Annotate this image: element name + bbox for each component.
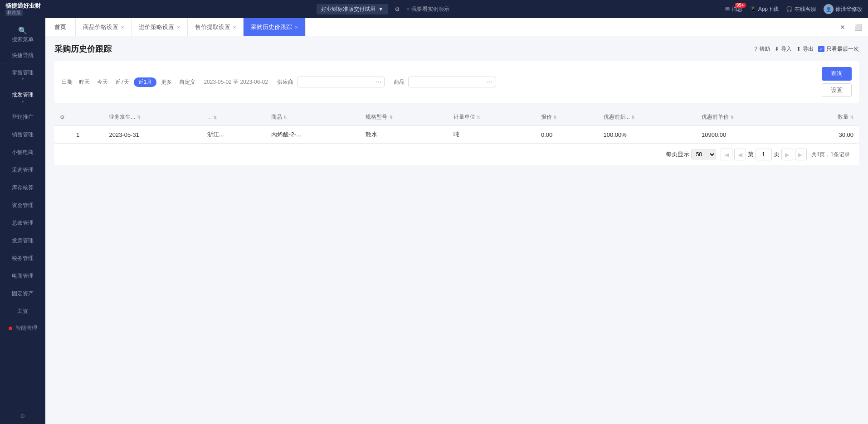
topbar-right: ✉ 消息 99+ 📱 App下载 🎧 在线客服 👤 徐泽华修改	[725, 4, 863, 14]
th-quote[interactable]: 报价 ⇅	[536, 109, 598, 126]
tab-sale-price[interactable]: 售价提取设置 ×	[188, 18, 244, 36]
td-seq: 1	[71, 126, 103, 144]
close-tab-btn[interactable]: ✕	[836, 21, 849, 34]
th-spec[interactable]: 规格型号 ⇅	[360, 109, 448, 126]
app-download-btn[interactable]: 📱 App下载	[750, 5, 779, 13]
tab-purchase-strategy[interactable]: 进价策略设置 ×	[132, 18, 187, 36]
td-settings	[54, 126, 71, 144]
sort-icon: ⇅	[213, 115, 217, 120]
date-btn-1month[interactable]: 近1月	[134, 77, 157, 87]
only-last-checkbox[interactable]: ✓ 只看最后一次	[818, 45, 859, 53]
supplier-input[interactable]	[297, 77, 373, 87]
sidebar-item-salary[interactable]: 工资	[0, 302, 45, 320]
close-tab-purchase-strategy[interactable]: ×	[177, 24, 180, 30]
help-btn[interactable]: ? 帮助	[754, 45, 770, 53]
td-product: 丙烯酸-2-...	[266, 126, 360, 144]
user-menu[interactable]: 👤 徐泽华修改	[824, 4, 863, 14]
table-settings-icon[interactable]: ⚙	[60, 114, 65, 120]
tab-price-settings[interactable]: 商品价格设置 ×	[76, 18, 132, 36]
product-input-wrap: ···	[408, 77, 496, 87]
sidebar-item-finance[interactable]: 资金管理	[0, 196, 45, 214]
search-icon: 🔍	[18, 26, 27, 35]
version-selector[interactable]: 好业财标准版交付试用 ▼	[317, 4, 388, 14]
filter-area: 日期 昨天 今天 近7天 近1月 更多 自定义 2023-05-02 至 202…	[54, 61, 859, 103]
user-avatar: 👤	[824, 4, 834, 14]
td-pre-discount-price: 10900.00	[696, 126, 796, 144]
th-quantity[interactable]: 数量 ⇅	[796, 109, 859, 126]
th-pre-discount-price[interactable]: 优惠前单价 ⇅	[696, 109, 796, 126]
topbar-left: 畅捷通好业财 标准版	[5, 2, 41, 16]
date-range: 2023-05-02 至 2023-06-02	[204, 78, 268, 86]
sidebar-item-ecommerce[interactable]: 电商管理	[0, 267, 45, 284]
content-area: 首页 商品价格设置 × 进价策略设置 × 售价提取设置 × 采购历史价跟踪 × …	[45, 18, 868, 424]
date-btn-7days[interactable]: 近7天	[112, 77, 132, 87]
sidebar-item-sales[interactable]: 销售管理	[0, 125, 45, 143]
demo-link[interactable]: ○ 我要看实例演示	[406, 5, 449, 13]
import-btn[interactable]: ⬇ 导入	[775, 45, 792, 53]
sidebar-search[interactable]: 🔍 搜索菜单	[0, 22, 45, 48]
date-filter-group: 日期 昨天 今天 近7天 近1月 更多 自定义 2023-05-02 至 202…	[62, 77, 268, 87]
table-row: 1 2023-05-31 浙江... 丙烯酸-2-... 散水 吨 0.00 1…	[54, 126, 859, 144]
query-button[interactable]: 查询	[822, 67, 852, 81]
dot-indicator	[9, 327, 12, 330]
close-tab-purchase-history[interactable]: ×	[295, 24, 297, 30]
date-btn-custom[interactable]: 自定义	[176, 77, 198, 87]
close-tab-sale-price[interactable]: ×	[233, 24, 236, 30]
sidebar-item-invoice[interactable]: 发票管理	[0, 231, 45, 249]
next-page-btn[interactable]: ▶	[781, 149, 793, 160]
sidebar-item-general-ledger[interactable]: 总账管理	[0, 214, 45, 231]
th-discount[interactable]: 优惠前折... ⇅	[598, 109, 697, 126]
sidebar-item-smart[interactable]: 智能管理	[0, 320, 45, 337]
td-unit: 吨	[448, 126, 536, 144]
maximize-tab-btn[interactable]: ⬜	[852, 21, 864, 34]
sidebar-item-purchase[interactable]: 采购管理	[0, 161, 45, 178]
supplier-label: 供应商	[277, 78, 293, 86]
sort-icon: ⇅	[850, 115, 853, 120]
page-title: 采购历史价跟踪	[54, 43, 112, 54]
sidebar-item-fixed-assets[interactable]: 固定资产	[0, 284, 45, 302]
sort-icon: ⇅	[389, 115, 393, 120]
data-table: ⚙ 业务发生... ⇅ ... ⇅	[54, 109, 859, 144]
message-btn[interactable]: ✉ 消息 99+	[725, 5, 742, 13]
th-more[interactable]: ... ⇅	[202, 109, 266, 126]
date-btn-yesterday[interactable]: 昨天	[76, 77, 93, 87]
th-unit[interactable]: 计量单位 ⇅	[448, 109, 536, 126]
online-service-btn[interactable]: 🎧 在线客服	[786, 5, 816, 13]
sidebar-item-tax[interactable]: 税务管理	[0, 249, 45, 267]
table-header-row: ⚙ 业务发生... ⇅ ... ⇅	[54, 109, 859, 126]
product-dots-btn[interactable]: ···	[484, 78, 495, 86]
date-btn-today[interactable]: 今天	[94, 77, 111, 87]
prev-page-btn[interactable]: ◀	[734, 149, 746, 160]
sidebar-item-marketing[interactable]: 营销推广	[0, 108, 45, 125]
supplier-dots-btn[interactable]: ···	[373, 78, 384, 86]
sidebar-bottom-settings[interactable]: ⚙	[0, 408, 45, 424]
sidebar-item-inventory[interactable]: 库存核算	[0, 178, 45, 196]
filter-settings-button[interactable]: 设置	[822, 83, 852, 97]
page-header: 采购历史价跟踪 ? 帮助 ⬇ 导入 ⬆ 导出 ✓	[54, 43, 859, 54]
th-product[interactable]: 商品 ⇅	[266, 109, 360, 126]
tab-purchase-history[interactable]: 采购历史价跟踪 ×	[244, 18, 305, 36]
sidebar-item-wholesale[interactable]: 批发管理 ▴	[0, 86, 45, 108]
page-nav: |◀ ◀ 第 页 ▶ ▶|	[721, 149, 807, 160]
close-tab-price-settings[interactable]: ×	[121, 24, 124, 30]
product-input[interactable]	[409, 77, 484, 87]
page-actions: ? 帮助 ⬇ 导入 ⬆ 导出 ✓ 只看最后一次	[754, 45, 859, 53]
sidebar-item-ecommerce-small[interactable]: 小畅电商	[0, 143, 45, 161]
page-input[interactable]	[756, 149, 772, 160]
tab-bar: 首页 商品价格设置 × 进价策略设置 × 售价提取设置 × 采购历史价跟踪 × …	[45, 18, 868, 36]
td-spec: 散水	[360, 126, 448, 144]
export-btn[interactable]: ⬆ 导出	[796, 45, 814, 53]
sidebar-quick-nav[interactable]: 快捷导航	[0, 48, 45, 63]
first-page-btn[interactable]: |◀	[721, 149, 732, 160]
main-layout: 🔍 搜索菜单 快捷导航 零售管理 ▾ 批发管理 ▴ 营销推广 销售管理 小畅电商…	[0, 18, 868, 424]
tab-home[interactable]: 首页	[45, 18, 76, 36]
sidebar-item-retail[interactable]: 零售管理 ▾	[0, 63, 45, 86]
settings-icon[interactable]: ⚙	[392, 4, 403, 14]
date-btn-more[interactable]: 更多	[158, 77, 175, 87]
page-size-dropdown[interactable]: 50 10 20 100	[691, 149, 716, 159]
product-label: 商品	[394, 78, 405, 86]
page-content: 采购历史价跟踪 ? 帮助 ⬇ 导入 ⬆ 导出 ✓	[45, 36, 868, 424]
th-date[interactable]: 业务发生... ⇅	[103, 109, 202, 126]
last-page-btn[interactable]: ▶|	[795, 149, 807, 160]
td-quantity: 30.00	[796, 126, 859, 144]
